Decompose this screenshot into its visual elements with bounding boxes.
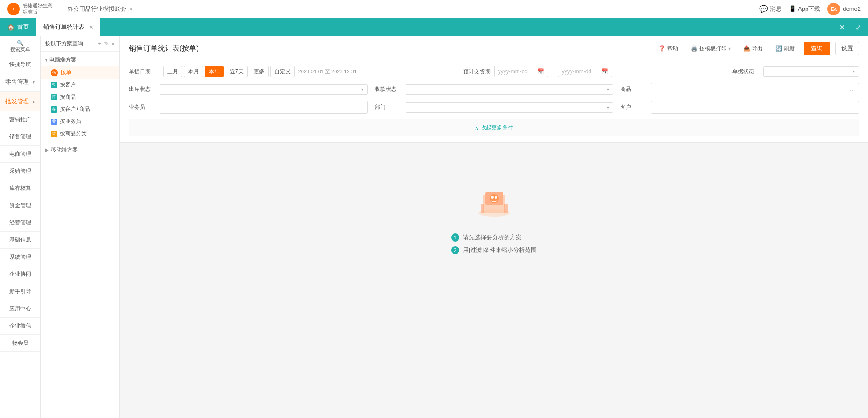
- order-status-select[interactable]: ▾: [763, 66, 859, 77]
- tree-item-by-order[interactable]: 按 按单: [41, 66, 119, 79]
- tree-item-by-customer[interactable]: 客 按客户: [41, 79, 119, 91]
- sidebar-item-enterprise[interactable]: 企业协同: [0, 266, 40, 283]
- user-profile[interactable]: Ea demo2: [827, 3, 861, 15]
- avatar: Ea: [827, 3, 840, 15]
- step2-circle: 2: [451, 246, 459, 254]
- expected-date-to[interactable]: yyyy-mm-dd 📅: [558, 66, 612, 77]
- download-icon: 📱: [789, 5, 796, 12]
- sidebar-search[interactable]: 🔍 搜索菜单: [0, 36, 40, 57]
- sidebar-item-retail[interactable]: 零售管理 ▾: [0, 72, 40, 92]
- tree-group-pc-header[interactable]: ▾ 电脑端方案: [41, 53, 119, 66]
- sidebar-item-basic[interactable]: 基础信息: [0, 232, 40, 249]
- date-btn-last-month[interactable]: 上月: [163, 66, 182, 77]
- sidebar-item-inventory[interactable]: 库存核算: [0, 180, 40, 197]
- print-arrow-icon: ▾: [728, 46, 731, 51]
- sidebar-item-wholesale[interactable]: 批发管理 ▴: [0, 92, 40, 111]
- product-more-icon[interactable]: ...: [849, 86, 855, 93]
- sidebar-item-purchase[interactable]: 采购管理: [0, 163, 40, 180]
- salesperson-more-icon[interactable]: ...: [358, 104, 363, 111]
- tab-restore-button[interactable]: ⤢: [852, 21, 864, 33]
- payment-status-select[interactable]: ▾: [406, 84, 613, 95]
- search-icon: 🔍: [17, 40, 24, 46]
- filter-area: 单据日期 上月 本月 本年 近7天 更多 自定义 2023-01-01 至 20…: [120, 59, 868, 143]
- tree-item-icon-by-customer: 客: [51, 82, 57, 88]
- tree-collapsed-icon: ▶: [45, 147, 49, 152]
- sidebar-item-newguide[interactable]: 新手引导: [0, 283, 40, 300]
- sidebar-item-system[interactable]: 系统管理: [0, 249, 40, 266]
- sidebar-item-appcenter[interactable]: 应用中心: [0, 300, 40, 318]
- tab-actions: ✕ ⤢: [835, 21, 868, 33]
- header-left: 畅捷通好生意 标准版 办公用品行业模拟账套 ▾: [7, 3, 132, 15]
- edit-scheme-icon[interactable]: ✎: [104, 40, 109, 47]
- step1-circle: 1: [451, 233, 459, 242]
- empty-step2: 2 用[过滤]条件来缩小分析范围: [451, 246, 537, 254]
- payment-status-arrow-icon: ▾: [607, 87, 609, 92]
- date-btn-this-year[interactable]: 本年: [205, 66, 224, 77]
- filter-salesperson: 业务员 ...: [129, 101, 368, 114]
- chevron-down-icon: ▾: [33, 80, 35, 85]
- main-panel: 销售订单统计表(按单) ❓ 帮助 🖨️ 按模板打印 ▾ 📤 导出: [120, 36, 868, 418]
- filter-date-label-item: 单据日期: [129, 68, 156, 76]
- template-print-button[interactable]: 🖨️ 按模板打印 ▾: [687, 43, 734, 54]
- calendar-to-icon: 📅: [601, 68, 608, 75]
- empty-step1: 1 请先选择要分析的方案: [451, 233, 537, 242]
- sidebar-item-marketing[interactable]: 营销推广: [0, 111, 40, 128]
- department-select[interactable]: ▾: [406, 102, 613, 113]
- sidebar-item-member[interactable]: 畅会员: [0, 335, 40, 352]
- settings-button[interactable]: 设置: [835, 42, 859, 55]
- customer-input[interactable]: ...: [651, 101, 859, 114]
- collapse-button[interactable]: ∧ 收起更多条件: [475, 124, 513, 132]
- add-scheme-icon[interactable]: +: [98, 40, 101, 47]
- tab-bar: 🏠 首页 销售订单统计表 ✕ ✕ ⤢: [0, 18, 868, 36]
- filter-shipment-status: 出库状态 ▾: [129, 84, 368, 95]
- tree-group-mobile-header[interactable]: ▶ 移动端方案: [41, 143, 119, 157]
- date-btn-custom[interactable]: 自定义: [270, 66, 295, 77]
- header-title[interactable]: 办公用品行业模拟账套 ▾: [67, 5, 132, 13]
- logo-area: 畅捷通好生意 标准版: [7, 3, 52, 15]
- date-btn-last7[interactable]: 近7天: [226, 66, 248, 77]
- left-panel-header: 按以下方案查询 + ✎ «: [41, 36, 119, 52]
- filter-order-status: 单据状态 ▾: [732, 66, 859, 77]
- query-button[interactable]: 查询: [804, 42, 830, 55]
- tab-sales-stat[interactable]: 销售订单统计表 ✕: [36, 18, 100, 36]
- product-input[interactable]: ...: [651, 83, 859, 95]
- date-btn-this-month[interactable]: 本月: [184, 66, 203, 77]
- export-button[interactable]: 📤 导出: [740, 43, 766, 54]
- collapse-panel-icon[interactable]: «: [112, 40, 115, 47]
- header-dropdown-icon: ▾: [130, 6, 132, 12]
- tree-item-by-product[interactable]: 商 按商品: [41, 91, 119, 103]
- help-button[interactable]: ❓ 帮助: [655, 43, 682, 54]
- sidebar-item-finance[interactable]: 资金管理: [0, 197, 40, 214]
- main-layout: 🔍 搜索菜单 快捷导航 零售管理 ▾ 批发管理 ▴ 营销推广 销售管理 电商管理…: [0, 36, 868, 418]
- filter-row-status: 出库状态 ▾ 收款状态 ▾ 商品: [129, 83, 859, 95]
- customer-more-icon[interactable]: ...: [849, 104, 855, 111]
- tree-item-by-category[interactable]: 类 按商品分类: [41, 128, 119, 140]
- sidebar-quick-nav[interactable]: 快捷导航: [0, 57, 40, 72]
- message-icon: 💬: [760, 5, 768, 13]
- message-button[interactable]: 💬 消息: [760, 5, 782, 13]
- svg-rect-7: [481, 204, 484, 213]
- app-download-button[interactable]: 📱 App下载: [789, 5, 820, 13]
- export-icon: 📤: [743, 45, 750, 52]
- svg-point-6: [495, 196, 497, 199]
- sidebar-item-sales[interactable]: 销售管理: [0, 128, 40, 146]
- sidebar-item-ecommerce[interactable]: 电商管理: [0, 146, 40, 163]
- filter-row-people: 业务员 ... 部门 ▾ 客户: [129, 101, 859, 114]
- page-title: 销售订单统计表(按单): [129, 44, 199, 53]
- sidebar-item-operations[interactable]: 经营管理: [0, 214, 40, 232]
- tab-home[interactable]: 🏠 首页: [0, 18, 36, 36]
- date-btn-more[interactable]: 更多: [250, 66, 269, 77]
- sidebar-item-corpwechat[interactable]: 企业微信: [0, 318, 40, 335]
- tree-item-by-cust-prod[interactable]: 客 按客户+商品: [41, 103, 119, 115]
- content-area: 按以下方案查询 + ✎ « ▾ 电脑端方案 按 按单 客: [41, 36, 868, 418]
- tree-item-by-salesperson[interactable]: 业 按业务员: [41, 115, 119, 128]
- salesperson-input[interactable]: ...: [160, 101, 368, 114]
- page-header: 销售订单统计表(按单) ❓ 帮助 🖨️ 按模板打印 ▾ 📤 导出: [120, 36, 868, 59]
- tab-close-button[interactable]: ✕: [835, 21, 848, 33]
- refresh-button[interactable]: 🔄 刷新: [772, 43, 798, 54]
- filter-row-date: 单据日期 上月 本月 本年 近7天 更多 自定义 2023-01-01 至 20…: [129, 66, 859, 77]
- expected-date-from[interactable]: yyyy-mm-dd 📅: [494, 66, 548, 77]
- left-panel-icons: + ✎ «: [98, 40, 115, 47]
- shipment-status-select[interactable]: ▾: [160, 84, 368, 95]
- tab-close-icon[interactable]: ✕: [89, 24, 93, 30]
